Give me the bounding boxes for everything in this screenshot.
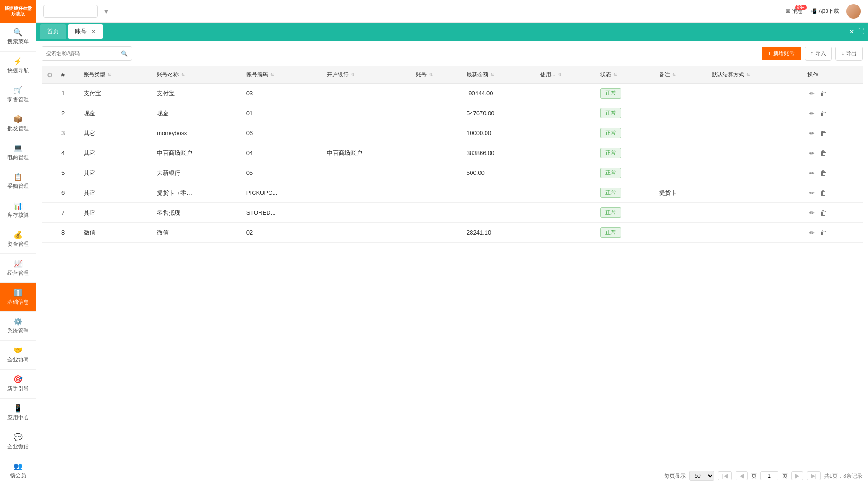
prev-page-button[interactable]: ◀ — [736, 471, 748, 480]
global-search-input[interactable] — [43, 5, 98, 18]
row-remark — [656, 223, 708, 243]
delete-button[interactable]: 🗑 — [818, 188, 828, 197]
row-type: 微信 — [80, 223, 153, 243]
sidebar-item-inventory[interactable]: 📊 库存核算 — [0, 196, 36, 225]
delete-button[interactable]: 🗑 — [818, 129, 828, 138]
col-account[interactable]: 账号 ⇅ — [412, 66, 463, 84]
row-default-settlement — [708, 223, 804, 243]
col-type[interactable]: 账号类型 ⇅ — [80, 66, 153, 84]
edit-button[interactable]: ✏ — [807, 89, 816, 98]
per-page-label: 每页显示 — [664, 472, 686, 480]
edit-button[interactable]: ✏ — [807, 228, 816, 237]
edit-button[interactable]: ✏ — [807, 149, 816, 158]
next-page-button[interactable]: ▶ — [791, 471, 803, 480]
sidebar-item-wechat[interactable]: 💬 企业微信 — [0, 427, 36, 456]
user-avatar[interactable] — [846, 4, 861, 19]
table-row: 1 支付宝 支付宝 03 -90444.00 正常 ✏ 🗑 — [42, 84, 863, 103]
toolbar-right: + 新增账号 ↑ 导入 ↓ 导出 — [762, 47, 863, 61]
delete-button[interactable]: 🗑 — [818, 208, 828, 217]
per-page-select[interactable]: 50 20 100 — [689, 471, 714, 481]
tab-home[interactable]: 首页 — [40, 24, 66, 39]
row-usage — [537, 203, 597, 223]
table-settings-icon[interactable]: ⚙ — [47, 71, 53, 79]
sidebar-item-finance[interactable]: 💰 资金管理 — [0, 225, 36, 254]
row-code: 04 — [243, 143, 323, 163]
col-status[interactable]: 状态 ⇅ — [597, 66, 656, 84]
edit-button[interactable]: ✏ — [807, 169, 816, 178]
row-status: 正常 — [597, 163, 656, 183]
status-badge: 正常 — [600, 188, 621, 198]
col-remark[interactable]: 备注 ⇅ — [656, 66, 708, 84]
sidebar-item-search-menu[interactable]: 🔍 搜索菜单 — [0, 23, 36, 52]
sidebar-item-guide[interactable]: 🎯 新手引导 — [0, 370, 36, 399]
tab-close-icon[interactable]: ✕ — [849, 28, 854, 35]
app-center-icon: 📱 — [14, 404, 23, 413]
delete-button[interactable]: 🗑 — [818, 228, 828, 237]
row-bank — [323, 123, 412, 143]
row-type: 支付宝 — [80, 84, 153, 103]
col-balance[interactable]: 最新余额 ⇅ — [463, 66, 537, 84]
col-default-settlement[interactable]: 默认结算方式 ⇅ — [708, 66, 804, 84]
pagination: 每页显示 50 20 100 |◀ ◀ 页 页 ▶ ▶| 共1页，8条记录 — [42, 465, 863, 483]
sort-settlement-icon: ⇅ — [746, 72, 750, 77]
delete-button[interactable]: 🗑 — [818, 109, 828, 118]
delete-button[interactable]: 🗑 — [818, 89, 828, 98]
account-search-icon[interactable]: 🔍 — [121, 50, 128, 57]
row-remark — [656, 163, 708, 183]
row-default-settlement — [708, 143, 804, 163]
sidebar-item-member[interactable]: 👥 畅会员 — [0, 456, 36, 485]
account-search-input[interactable] — [46, 50, 118, 56]
page-input[interactable] — [760, 471, 778, 480]
col-operations: 操作 — [804, 66, 863, 84]
first-page-button[interactable]: |◀ — [718, 471, 731, 480]
row-type: 其它 — [80, 163, 153, 183]
edit-button[interactable]: ✏ — [807, 109, 816, 118]
header-dropdown-arrow[interactable]: ▼ — [103, 8, 109, 15]
sidebar-item-retail[interactable]: 🛒 零售管理 — [0, 80, 36, 109]
col-usage[interactable]: 使用... ⇅ — [537, 66, 597, 84]
add-account-button[interactable]: + 新增账号 — [762, 47, 801, 60]
sidebar-item-ecommerce[interactable]: 💻 电商管理 — [0, 138, 36, 167]
delete-button[interactable]: 🗑 — [818, 169, 828, 178]
app-download-button[interactable]: 📲 App下载 — [810, 7, 839, 15]
col-name[interactable]: 账号名称 ⇅ — [153, 66, 242, 84]
tab-accounts[interactable]: 账号 ✕ — [68, 24, 103, 39]
sidebar-item-operations[interactable]: 📈 经营管理 — [0, 254, 36, 283]
sidebar-item-app-center[interactable]: 📱 应用中心 — [0, 399, 36, 427]
sidebar-item-system[interactable]: ⚙️ 系统管理 — [0, 312, 36, 341]
sidebar-item-quick-nav[interactable]: ⚡ 快捷导航 — [0, 52, 36, 80]
message-icon: ✉ — [786, 8, 790, 14]
accounts-table: ⚙ # 账号类型 ⇅ 账号名称 ⇅ 账号编码 ⇅ 开户银 — [42, 66, 863, 243]
row-bank — [323, 103, 412, 123]
col-bank[interactable]: 开户银行 ⇅ — [323, 66, 412, 84]
row-usage — [537, 143, 597, 163]
sidebar-item-label: 搜索菜单 — [7, 38, 29, 46]
sidebar-item-basic-info[interactable]: ℹ️ 基础信息 — [0, 283, 36, 312]
row-balance — [463, 203, 537, 223]
delete-button[interactable]: 🗑 — [818, 149, 828, 158]
row-default-settlement — [708, 183, 804, 203]
finance-icon: 💰 — [14, 230, 23, 239]
export-button[interactable]: ↓ 导出 — [835, 47, 863, 61]
row-usage — [537, 103, 597, 123]
row-settings — [42, 143, 58, 163]
edit-button[interactable]: ✏ — [807, 129, 816, 138]
sort-code-icon: ⇅ — [270, 72, 274, 77]
row-account — [412, 123, 463, 143]
tab-accounts-close[interactable]: ✕ — [91, 28, 96, 35]
sidebar-item-purchase[interactable]: 📋 采购管理 — [0, 167, 36, 196]
message-button[interactable]: ✉ 消息 99+ — [786, 7, 803, 15]
sidebar-item-label: 经营管理 — [7, 269, 29, 277]
row-name: moneybosx — [153, 123, 242, 143]
edit-button[interactable]: ✏ — [807, 188, 816, 197]
row-code: 01 — [243, 103, 323, 123]
tab-expand-icon[interactable]: ⛶ — [858, 28, 864, 35]
import-button[interactable]: ↑ 导入 — [805, 47, 832, 61]
sidebar-item-enterprise[interactable]: 🤝 企业协同 — [0, 341, 36, 370]
edit-button[interactable]: ✏ — [807, 208, 816, 217]
sidebar-item-wholesale[interactable]: 📦 批发管理 — [0, 109, 36, 138]
col-code[interactable]: 账号编码 ⇅ — [243, 66, 323, 84]
last-page-button[interactable]: ▶| — [807, 471, 821, 480]
table-row: 4 其它 中百商场账户 04 中百商场账户 383866.00 正常 ✏ 🗑 — [42, 143, 863, 163]
table-row: 6 其它 提货卡（零… PICKUPC... 正常 提货卡 ✏ 🗑 — [42, 183, 863, 203]
